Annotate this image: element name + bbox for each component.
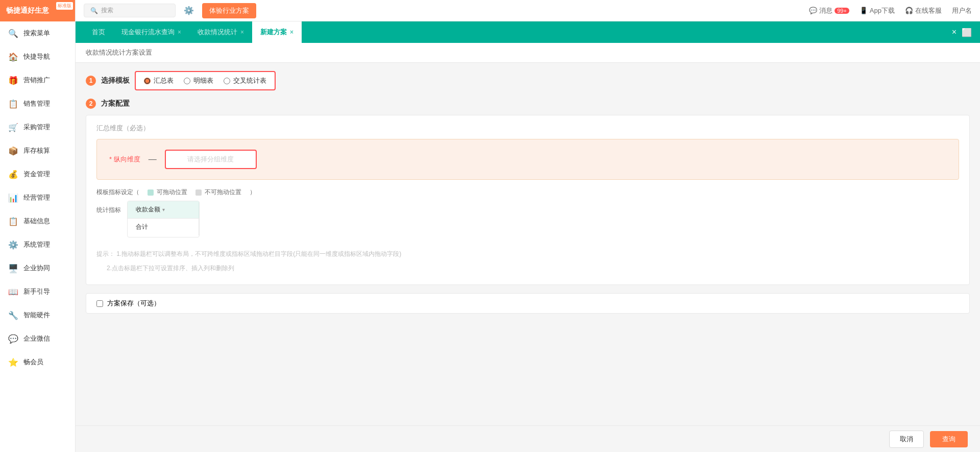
sidebar-item-sales[interactable]: 📋 销售管理 bbox=[0, 92, 75, 115]
topbar: 🔍 搜索 ⚙️ 体验行业方案 💬 消息 99+ 📱 App下载 🎧 在线客服 用… bbox=[76, 0, 980, 21]
radio-option-detail[interactable]: 明细表 bbox=[184, 76, 213, 85]
sidebar-logo-text: 畅捷通好生意 bbox=[6, 6, 49, 15]
sidebar-item-label: 企业协同 bbox=[23, 264, 50, 273]
collab-icon: 🖥️ bbox=[8, 264, 18, 273]
sidebar-item-basic-info[interactable]: 📋 基础信息 bbox=[0, 209, 75, 233]
radio-summary-input[interactable] bbox=[144, 78, 151, 84]
window-close-icon[interactable]: × bbox=[952, 28, 957, 37]
sidebar-item-operations[interactable]: 📊 经营管理 bbox=[0, 186, 75, 209]
sidebar: 畅捷通好生意 标准版 🔍 搜索菜单 🏠 快捷导航 🎁 营销推广 📋 销售管理 🛒… bbox=[0, 0, 76, 452]
sidebar-item-label: 基础信息 bbox=[23, 217, 50, 226]
tips-area: 提示： 1.拖动标题栏可以调整布局，不可跨维度或指标区域拖动栏目字段(只能在同一… bbox=[96, 248, 959, 274]
step1-header: 1 选择模板 汇总表 明细表 交叉统计表 bbox=[86, 71, 970, 90]
tab-collection-stats[interactable]: 收款情况统计 × bbox=[189, 21, 252, 43]
sidebar-item-system[interactable]: ⚙️ 系统管理 bbox=[0, 233, 75, 256]
message-icon: 💬 bbox=[809, 7, 817, 14]
search-placeholder-text: 搜索 bbox=[101, 6, 113, 15]
tab-collection-stats-label: 收款情况统计 bbox=[198, 28, 237, 37]
notification-badge: 99+ bbox=[835, 8, 849, 14]
save-checkbox[interactable] bbox=[96, 300, 103, 307]
step2-header: 2 方案配置 bbox=[86, 99, 970, 109]
dimension-select[interactable]: 请选择分组维度 bbox=[165, 150, 257, 169]
metrics-header-cell[interactable]: 收款金额 ▾ bbox=[128, 201, 199, 218]
fixed-legend-label: 不可拖动位置 bbox=[205, 188, 241, 197]
notification-button[interactable]: 💬 消息 99+ bbox=[809, 6, 849, 15]
legend-draggable: 可拖动位置 bbox=[148, 188, 187, 197]
search-menu-icon: 🔍 bbox=[8, 29, 18, 38]
save-section: 方案保存（可选） bbox=[86, 293, 970, 314]
app-download-button[interactable]: 📱 App下载 bbox=[860, 6, 895, 15]
arrow-icon: — bbox=[149, 155, 157, 164]
guide-icon: 📖 bbox=[8, 287, 18, 297]
sidebar-item-inventory[interactable]: 📦 库存核算 bbox=[0, 139, 75, 162]
user-name: 用户名 bbox=[952, 6, 972, 15]
config-section: 汇总维度（必选） * 纵向维度 — 请选择分组维度 bbox=[86, 115, 970, 285]
sidebar-item-quick-nav[interactable]: 🏠 快捷导航 bbox=[0, 45, 75, 68]
sidebar-item-label: 新手引导 bbox=[23, 287, 50, 296]
sidebar-item-label: 搜索菜单 bbox=[23, 29, 50, 38]
sidebar-item-label: 营销推广 bbox=[23, 76, 50, 85]
sidebar-item-marketing[interactable]: 🎁 营销推广 bbox=[0, 68, 75, 92]
sidebar-item-label: 经营管理 bbox=[23, 193, 50, 202]
home-icon: 🏠 bbox=[8, 52, 18, 62]
tip2: 2.点击标题栏下拉可设置排序、插入列和删除列 bbox=[107, 265, 234, 272]
sidebar-item-enterprise-collab[interactable]: 🖥️ 企业协同 bbox=[0, 256, 75, 280]
sidebar-item-smart-hardware[interactable]: 🔧 智能硬件 bbox=[0, 303, 75, 327]
radio-summary-label: 汇总表 bbox=[154, 76, 174, 85]
metrics-settings: 模板指标设定（ 可拖动位置 不可拖动位置 ） bbox=[96, 188, 959, 237]
online-service-button[interactable]: 🎧 在线客服 bbox=[905, 6, 942, 15]
tab-bank-flow[interactable]: 现金银行流水查询 × bbox=[113, 21, 189, 43]
topbar-right: 💬 消息 99+ 📱 App下载 🎧 在线客服 用户名 bbox=[809, 6, 972, 15]
sidebar-item-label: 资金管理 bbox=[23, 170, 50, 179]
radio-option-summary[interactable]: 汇总表 bbox=[144, 76, 174, 85]
tab-home[interactable]: 首页 bbox=[84, 21, 113, 43]
sidebar-item-label: 企业微信 bbox=[23, 334, 50, 343]
box-icon: 📦 bbox=[8, 146, 18, 156]
sidebar-item-label: 快捷导航 bbox=[23, 52, 50, 61]
tip1: 1.拖动标题栏可以调整布局，不可跨维度或指标区域拖动栏目字段(只能在同一维度或指… bbox=[116, 250, 401, 257]
sidebar-edition-badge: 标准版 bbox=[56, 2, 73, 10]
download-icon: 📱 bbox=[860, 7, 868, 14]
sidebar-item-finance[interactable]: 💰 资金管理 bbox=[0, 162, 75, 186]
online-service-label: 在线客服 bbox=[915, 6, 942, 15]
sidebar-item-member[interactable]: ⭐ 畅会员 bbox=[0, 350, 75, 374]
hardware-icon: 🔧 bbox=[8, 311, 18, 320]
metrics-data-cell: 合计 bbox=[128, 219, 199, 235]
sidebar-item-beginner-guide[interactable]: 📖 新手引导 bbox=[0, 280, 75, 303]
wechat-icon: 💬 bbox=[8, 334, 18, 344]
topbar-search[interactable]: 🔍 搜索 bbox=[84, 4, 176, 17]
sidebar-item-label: 库存核算 bbox=[23, 146, 50, 155]
tab-new-plan-close[interactable]: × bbox=[290, 29, 293, 36]
tab-bank-flow-label: 现金银行流水查询 bbox=[121, 28, 175, 37]
sidebar-item-label: 销售管理 bbox=[23, 99, 50, 108]
bottom-bar: 取消 查询 bbox=[76, 425, 980, 452]
tab-collection-stats-close[interactable]: × bbox=[240, 29, 244, 36]
search-icon: 🔍 bbox=[90, 7, 98, 14]
summary-dimension-label: 汇总维度（必选） bbox=[96, 124, 150, 132]
tab-new-plan[interactable]: 新建方案 × bbox=[252, 21, 302, 43]
window-maximize-icon[interactable]: ⬜ bbox=[962, 28, 972, 37]
sidebar-item-search-menu[interactable]: 🔍 搜索菜单 bbox=[0, 21, 75, 45]
cancel-button[interactable]: 取消 bbox=[889, 431, 924, 448]
tab-bar: 首页 现金银行流水查询 × 收款情况统计 × 新建方案 × × ⬜ bbox=[76, 21, 980, 43]
tab-bank-flow-close[interactable]: × bbox=[178, 29, 181, 36]
save-checkbox-label: 方案保存（可选） bbox=[107, 299, 160, 308]
trial-button[interactable]: 体验行业方案 bbox=[202, 3, 256, 18]
sidebar-item-purchase[interactable]: 🛒 采购管理 bbox=[0, 115, 75, 139]
settings-icon[interactable]: ⚙️ bbox=[184, 6, 194, 15]
query-button[interactable]: 查询 bbox=[930, 431, 968, 447]
dimension-area: * 纵向维度 — 请选择分组维度 bbox=[96, 139, 959, 180]
notification-label: 消息 bbox=[819, 6, 832, 15]
metrics-col-header: 收款金额 bbox=[136, 205, 160, 214]
service-icon: 🎧 bbox=[905, 7, 913, 14]
page-body: 1 选择模板 汇总表 明细表 交叉统计表 bbox=[76, 63, 980, 322]
stats-spacer bbox=[96, 219, 121, 237]
sidebar-item-enterprise-wechat[interactable]: 💬 企业微信 bbox=[0, 327, 75, 350]
dimension-select-placeholder: 请选择分组维度 bbox=[187, 155, 234, 163]
cart-icon: 🛒 bbox=[8, 123, 18, 132]
chevron-down-icon[interactable]: ▾ bbox=[162, 207, 165, 212]
radio-option-cross[interactable]: 交叉统计表 bbox=[224, 76, 266, 85]
radio-cross-input[interactable] bbox=[224, 78, 230, 84]
fixed-legend-dot bbox=[195, 189, 202, 196]
radio-detail-input[interactable] bbox=[184, 78, 190, 84]
